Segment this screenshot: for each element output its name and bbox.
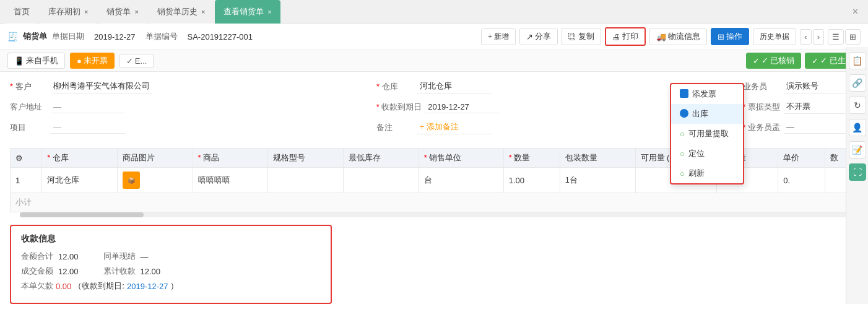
sec-toolbar: 📱 来自手机 ● 未开票 ✓ E... ✓ ✓ 已核销 ✓ ✓ 已生效 (0, 50, 868, 72)
owed-date: 2019-12-27 (127, 282, 168, 291)
prev-button[interactable]: ‹ (800, 29, 811, 45)
date-label: 单据日期 (52, 31, 84, 42)
next-button[interactable]: › (813, 29, 824, 45)
cumulative-value: 12.00 (141, 267, 161, 276)
logistics-button[interactable]: 🚚 物流信息 (649, 28, 707, 45)
tab-inventory-close[interactable]: × (84, 8, 88, 15)
check-badge[interactable]: ✓ E... (119, 54, 154, 68)
copy-button[interactable]: ⿻ 复制 (562, 28, 601, 45)
window-close-button[interactable]: × (848, 4, 863, 19)
summary-title: 收款信息 (21, 233, 321, 245)
nav-arrows: ‹ › (800, 29, 824, 45)
tab-sales[interactable]: 销货单 × (98, 0, 147, 24)
tab-sales-close[interactable]: × (134, 8, 138, 15)
owed-close: ） (170, 280, 178, 292)
dropdown-item-available[interactable]: ○ 可用量提取 (671, 124, 743, 144)
scrollbar-thumb[interactable] (20, 212, 144, 217)
payment-date-label: 收款到期日 (376, 102, 422, 113)
sidebar-icon-link[interactable]: 🔗 (849, 74, 866, 92)
outbound-icon (680, 109, 688, 119)
no-label: 单据编号 (145, 31, 178, 42)
new-button[interactable]: + 新增 (481, 28, 516, 45)
dropdown-outbound-label: 出库 (692, 108, 708, 119)
remark-add-button[interactable]: + 添加备注 (417, 120, 492, 134)
project-value[interactable]: — (51, 121, 125, 134)
tab-home-label: 首页 (14, 6, 30, 17)
app-container: 首页 库存期初 × 销货单 × 销货单历史 × 查看销货单 × × 🧾 销货单 (0, 0, 868, 330)
tab-bar: 首页 库存期初 × 销货单 × 销货单历史 × 查看销货单 × × (0, 0, 868, 24)
payment-date-value[interactable]: 2019-12-27 (425, 101, 500, 113)
sidebar-icon-doc[interactable]: 📋 (849, 52, 866, 69)
date-value: 2019-12-27 (94, 32, 136, 41)
owed-value: 0.00 (56, 282, 71, 291)
list-view-button[interactable]: ☰ (828, 29, 844, 45)
tab-view-label: 查看销货单 (224, 6, 264, 17)
row-price: 0. (778, 168, 825, 193)
not-open-badge[interactable]: ● 未开票 (70, 53, 115, 69)
horizontal-scrollbar[interactable] (20, 212, 848, 217)
circle-icon: ● (77, 56, 82, 66)
tab-history-close[interactable]: × (201, 8, 205, 15)
main-toolbar: 🧾 销货单 单据日期 2019-12-27 单据编号 SA-20191227-0… (0, 24, 868, 50)
owed-label: 本单欠款 (21, 280, 53, 292)
cumulative-label: 累计收款 (103, 266, 136, 277)
deal-value: 12.00 (58, 267, 79, 276)
dropdown-item-locate[interactable]: ○ 定位 (671, 144, 743, 163)
share-icon: ↗ (526, 32, 533, 41)
row-pack-qty: 1台 (560, 168, 635, 193)
right-sidebar: 📋 🔗 ↻ 👤 📝 ⛶ (846, 47, 868, 304)
verified-icon: ✓ (753, 56, 760, 66)
sidebar-icon-note[interactable]: 📝 (849, 141, 866, 158)
ops-button[interactable]: ⊞ 操作 (711, 28, 749, 45)
tab-home[interactable]: 首页 (5, 0, 38, 24)
tab-view-close[interactable]: × (267, 8, 271, 15)
tab-view[interactable]: 查看销货单 × (215, 0, 280, 24)
customer-value[interactable]: 柳州粤港平安气体有限公司 (51, 79, 152, 93)
locate-icon: ○ (680, 149, 685, 158)
from-mobile-button[interactable]: 📱 来自手机 (7, 53, 65, 69)
owed-note: （收款到期日: (74, 280, 124, 292)
product-image: 📦 (123, 172, 140, 189)
available-icon: ○ (680, 129, 685, 139)
tab-history[interactable]: 销货单历史 × (149, 0, 214, 24)
total-label: 金额合计 (21, 251, 53, 262)
customer-label: 客户 (10, 81, 47, 92)
address-value[interactable]: — (51, 101, 125, 113)
deal-label: 成交金额 (21, 266, 53, 277)
logistics-icon: 🚚 (656, 32, 666, 41)
tab-sales-label: 销货单 (106, 6, 131, 17)
deal-item: 成交金额 12.00 (21, 266, 79, 277)
sidebar-icon-user[interactable]: 👤 (849, 119, 866, 136)
summary-row-2: 成交金额 12.00 累计收款 12.00 (21, 266, 321, 277)
history-button[interactable]: 历史单据 (753, 28, 796, 45)
row-quantity: 1.00 (503, 168, 560, 193)
gear-icon[interactable]: ⚙ (15, 154, 23, 163)
dropdown-invoice-label: 添发票 (692, 89, 716, 100)
print-button[interactable]: 🖨 打印 (605, 27, 646, 46)
no-value: SA-20191227-001 (188, 32, 253, 41)
grid-view-button[interactable]: ⊞ (845, 29, 861, 45)
same-order-item: 同单现结 — (103, 251, 149, 262)
row-spec (268, 168, 344, 193)
warehouse-value[interactable]: 河北仓库 (417, 79, 492, 93)
doc-title-area: 🧾 销货单 (7, 31, 47, 42)
sidebar-icon-expand[interactable]: ⛶ (849, 163, 866, 181)
tab-inventory[interactable]: 库存期初 × (40, 0, 97, 24)
verified-badge[interactable]: ✓ ✓ 已核销 (746, 53, 802, 69)
share-button[interactable]: ↗ 分享 (519, 28, 558, 45)
biz-person-label: 业务员 (743, 81, 780, 92)
main-content: 🧾 销货单 单据日期 2019-12-27 单据编号 SA-20191227-0… (0, 24, 868, 304)
dropdown-item-refresh[interactable]: ○ 刷新 (671, 163, 743, 183)
row-sales-unit: 台 (419, 168, 503, 193)
check-icon: ✓ (126, 56, 133, 66)
dropdown-item-invoice[interactable]: 添发票 (671, 84, 743, 104)
subtotal-label: 小计 (11, 193, 858, 212)
col-spec: 规格型号 (268, 149, 344, 168)
doc-meta: 单据日期 2019-12-27 单据编号 SA-20191227-001 (52, 31, 253, 42)
total-item: 金额合计 12.00 (21, 251, 79, 262)
same-order-value: — (141, 252, 149, 261)
dropdown-item-outbound[interactable]: 出库 (671, 104, 743, 124)
col-quantity: 数量 (503, 149, 560, 168)
address-field: 客户地址 — (10, 101, 367, 113)
sidebar-icon-refresh[interactable]: ↻ (849, 97, 866, 114)
